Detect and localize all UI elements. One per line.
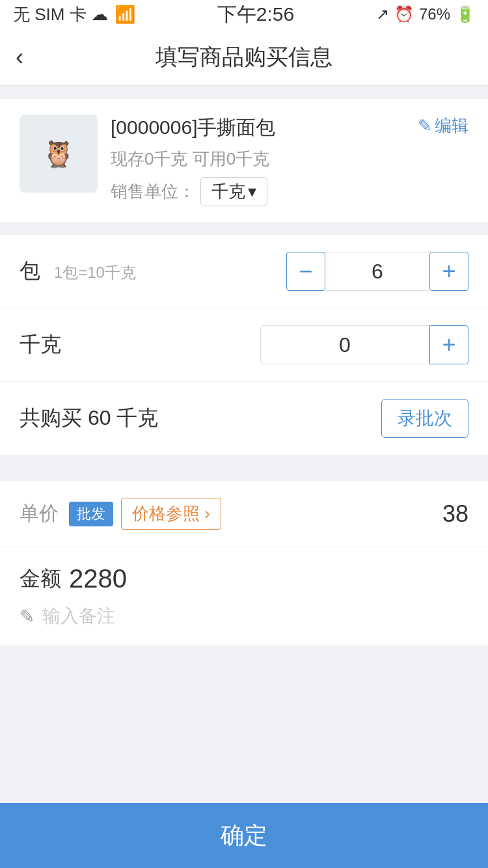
- kg-row: 千克 +: [0, 308, 488, 382]
- product-info: [0000006]手撕面包 ✎ 编辑 现存0千克 可用0千克 销售单位： 千克 …: [111, 115, 468, 206]
- page-title: 填写商品购买信息: [156, 42, 332, 72]
- product-stock: 现存0千克 可用0千克: [111, 148, 468, 170]
- pencil-icon: ✎: [20, 606, 34, 627]
- price-label: 单价: [20, 500, 59, 527]
- unit-value: 千克: [211, 180, 245, 203]
- product-logo: 🦉: [42, 139, 75, 169]
- location-icon: ↗: [376, 5, 389, 23]
- amount-row: 金额 2280: [20, 564, 468, 593]
- back-button[interactable]: ‹: [16, 44, 23, 71]
- input-section: 包 1包=10千克 − + 千克 +: [0, 235, 488, 382]
- amount-label: 金额: [20, 565, 61, 593]
- batch-button[interactable]: 录批次: [381, 399, 468, 438]
- status-bar: 无 SIM 卡 ☁ 📶 下午2:56 ↗ ⏰ 76% 🔋: [0, 0, 488, 29]
- bao-label-group: 包 1包=10千克: [20, 257, 286, 286]
- plus-icon: +: [442, 258, 455, 285]
- bao-minus-button[interactable]: −: [286, 252, 325, 291]
- separator-2: [0, 455, 488, 468]
- summary-text: 共购买 60 千克: [20, 404, 158, 433]
- kg-label: 千克: [20, 331, 260, 359]
- amount-section: 金额 2280 ✎ 输入备注: [0, 547, 488, 645]
- price-ref-button[interactable]: 价格参照 ›: [121, 498, 221, 530]
- battery-level: 76%: [419, 5, 450, 23]
- kg-plus-button[interactable]: +: [429, 325, 468, 364]
- status-right: ↗ ⏰ 76% 🔋: [376, 5, 475, 23]
- bao-hint: 1包=10千克: [54, 264, 136, 281]
- bao-label: 包: [20, 259, 40, 282]
- unit-select[interactable]: 千克 ▾: [200, 177, 267, 206]
- edit-icon: ✎: [418, 116, 432, 136]
- sim-status: 无 SIM 卡 ☁: [13, 3, 108, 26]
- price-row: 单价 批发 价格参照 › 38: [0, 481, 488, 547]
- kg-input[interactable]: [260, 325, 429, 364]
- bao-row: 包 1包=10千克 − +: [0, 235, 488, 308]
- amount-value: 2280: [69, 564, 127, 593]
- unit-label: 销售单位：: [111, 180, 195, 203]
- wifi-icon: 📶: [115, 5, 135, 25]
- alarm-icon: ⏰: [394, 5, 414, 23]
- price-value: 38: [442, 500, 468, 528]
- product-name: [0000006]手撕面包: [111, 115, 275, 141]
- summary-row: 共购买 60 千克 录批次: [0, 382, 488, 455]
- chevron-down-icon: ▾: [248, 182, 256, 202]
- separator-1: [0, 222, 488, 235]
- price-ref-label: 价格参照 ›: [132, 502, 210, 525]
- battery-icon: 🔋: [455, 5, 475, 23]
- minus-icon: −: [299, 258, 312, 285]
- confirm-button[interactable]: 确定: [0, 803, 488, 868]
- product-card: 🦉 [0000006]手撕面包 ✎ 编辑 现存0千克 可用0千克 销售单位： 千…: [0, 99, 488, 222]
- product-image: 🦉: [20, 115, 98, 193]
- kg-plus-icon: +: [442, 331, 455, 359]
- status-left: 无 SIM 卡 ☁ 📶: [13, 3, 135, 26]
- bao-stepper: − +: [286, 252, 468, 291]
- status-time: 下午2:56: [217, 1, 294, 28]
- bao-input[interactable]: [325, 252, 429, 291]
- edit-label: 编辑: [435, 115, 468, 137]
- nav-bar: ‹ 填写商品购买信息: [0, 29, 488, 86]
- bao-plus-button[interactable]: +: [429, 252, 468, 291]
- product-unit-row: 销售单位： 千克 ▾: [111, 177, 468, 206]
- price-tag: 批发: [69, 502, 113, 526]
- edit-button[interactable]: ✎ 编辑: [418, 115, 468, 137]
- price-section: 单价 批发 价格参照 › 38 金额 2280 ✎ 输入备注: [0, 481, 488, 645]
- kg-stepper: +: [260, 325, 468, 364]
- remark-placeholder: 输入备注: [42, 604, 115, 629]
- remark-row[interactable]: ✎ 输入备注: [20, 604, 468, 629]
